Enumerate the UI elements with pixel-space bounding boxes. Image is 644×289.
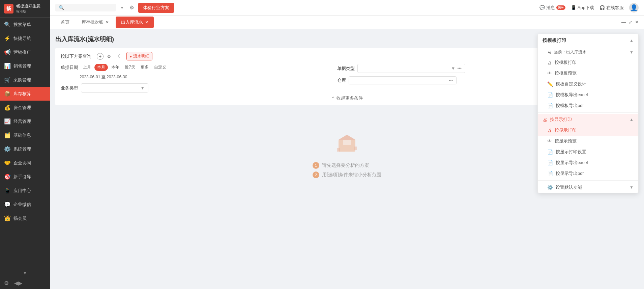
dropdown-item-export-excel-display[interactable]: 📄 按显示导出excel bbox=[538, 157, 638, 168]
tab-close-panel-icon[interactable]: ✕ bbox=[635, 20, 639, 25]
guide-icon: 🎯 bbox=[4, 174, 11, 180]
dropdown-item-print-settings-display[interactable]: 📄 按显示打印设置 bbox=[538, 147, 638, 157]
warehouse-select[interactable]: ••• bbox=[349, 76, 457, 84]
collapse-more-btn[interactable]: ⌃ 收起更多条件 bbox=[331, 95, 363, 101]
sidebar: 畅 畅捷通好生意 标准版 🔍 搜索菜单 ⚡ 快捷导航 📢 营销推广 📊 销售管理… bbox=[0, 0, 50, 289]
header-search[interactable]: 🔍 bbox=[55, 4, 116, 11]
top-header: 🔍 ▼ ⚙ 体验行业方案 💬 消息 99+ 📱 App下载 🎧 在线客服 👤 bbox=[50, 0, 644, 16]
message-btn[interactable]: 💬 消息 99+ bbox=[539, 5, 565, 11]
dropdown-item-export-pdf-display[interactable]: 📄 按显示导出pdf bbox=[538, 168, 638, 179]
header-actions: 💬 消息 99+ 📱 App下载 🎧 在线客服 👤 bbox=[539, 3, 639, 12]
sidebar-item-system[interactable]: ⚙️ 系统管理 bbox=[0, 142, 50, 156]
dropdown-divider-2 bbox=[538, 180, 638, 181]
sidebar-item-member[interactable]: 👑 畅会员 bbox=[0, 211, 50, 225]
industry-btn[interactable]: 体验行业方案 bbox=[138, 3, 174, 13]
sidebar-item-operations[interactable]: 📈 经营管理 bbox=[0, 114, 50, 128]
doc-type-label: 单据类型 bbox=[337, 65, 355, 72]
filter-actions: + ⚙ 《 bbox=[97, 53, 121, 60]
header-search-input[interactable] bbox=[66, 5, 107, 10]
header-search-caret[interactable]: ▼ bbox=[120, 5, 124, 10]
tab-maximize-icon[interactable]: ⤢ bbox=[628, 20, 632, 25]
headset-icon: 🎧 bbox=[599, 5, 605, 10]
date-tab-last-month[interactable]: 上月 bbox=[81, 64, 93, 71]
sidebar-item-sales[interactable]: 📊 销售管理 bbox=[0, 59, 50, 73]
set-default-icon: ⚙️ bbox=[547, 185, 553, 190]
filter-label: 按以下方案查询 bbox=[61, 53, 91, 59]
doc-type-more[interactable]: ••• bbox=[457, 66, 462, 71]
date-label: 单据日期 bbox=[61, 64, 78, 71]
sidebar-item-quick-nav[interactable]: ⚡ 快捷导航 bbox=[0, 31, 50, 45]
tab-minimize-icon[interactable]: — bbox=[621, 20, 626, 25]
business-type-select[interactable]: ▼ bbox=[81, 83, 148, 93]
dropdown-set-default[interactable]: ⚙️ 设置默认功能 ▼ bbox=[538, 182, 638, 193]
display-section-icon: 🖨 bbox=[543, 117, 547, 122]
export-excel-display-icon: 📄 bbox=[547, 160, 553, 165]
date-tab-custom[interactable]: 自定义 bbox=[152, 64, 168, 71]
user-avatar[interactable]: 👤 bbox=[629, 3, 639, 12]
preview-display-icon: 👁 bbox=[547, 138, 552, 144]
sidebar-search[interactable]: 🔍 搜索菜单 bbox=[0, 18, 50, 31]
collapse-icon[interactable]: ◀▶ bbox=[14, 280, 22, 286]
tab-home[interactable]: 首页 bbox=[55, 17, 75, 28]
sidebar-item-purchase[interactable]: 🛒 采购管理 bbox=[0, 73, 50, 87]
tab-flow-close[interactable]: ✕ bbox=[145, 20, 148, 25]
dropdown-current-label: 🖨 当前：出入库流水 ▼ bbox=[538, 47, 638, 57]
dropdown-item-export-excel-template[interactable]: 📄 按模板导出excel bbox=[538, 89, 638, 100]
logo-icon: 畅 bbox=[4, 4, 13, 14]
page-content: 出入库流水(流水明细) 🖨 按模板打印 ▲ | ⬆ 导出 🔄 刷新 bbox=[50, 29, 644, 289]
print-template-icon: 🖨 bbox=[547, 60, 552, 65]
dropdown-item-export-pdf-template[interactable]: 📄 按模板导出pdf bbox=[538, 100, 638, 111]
filter-collapse-btn[interactable]: 《 bbox=[114, 53, 121, 60]
date-tab-current-month[interactable]: 本月 bbox=[94, 64, 108, 71]
finance-icon: 💰 bbox=[4, 104, 11, 111]
filter-chip-icon: ● bbox=[129, 54, 132, 59]
wechat-icon: 💬 bbox=[4, 201, 11, 208]
tab-batch-account[interactable]: 库存批次账 ✕ bbox=[76, 17, 114, 28]
sidebar-item-guide[interactable]: 🎯 新手引导 bbox=[0, 170, 50, 184]
phone-icon: 📱 bbox=[571, 5, 576, 10]
current-label-caret[interactable]: ▼ bbox=[630, 50, 634, 55]
member-icon: 👑 bbox=[4, 215, 11, 221]
tab-bar: 首页 库存批次账 ✕ 出入库流水 ✕ — ⤢ ✕ bbox=[50, 16, 644, 29]
warehouse-label: 仓库 bbox=[337, 77, 346, 83]
display-section-caret: ▲ bbox=[630, 117, 634, 122]
filter-settings-btn[interactable]: ⚙ bbox=[106, 53, 112, 60]
sidebar-item-inventory[interactable]: 📦 库存核算 bbox=[0, 87, 50, 101]
print-dropdown-panel: 按模板打印 ▲ 🖨 当前：出入库流水 ▼ 🖨 按模板打印 👁 按模板预览 ✏️ … bbox=[537, 34, 639, 193]
header-gear-icon[interactable]: ⚙ bbox=[129, 4, 134, 11]
doc-type-select[interactable]: ▼ ••• bbox=[357, 64, 465, 73]
date-tab-7days[interactable]: 近7天 bbox=[123, 64, 137, 71]
settings-icon[interactable]: ⚙ bbox=[4, 280, 9, 286]
sidebar-item-marketing[interactable]: 📢 营销推广 bbox=[0, 45, 50, 59]
filter-chip[interactable]: ● 流水明细 bbox=[126, 52, 152, 60]
dropdown-item-preview-display[interactable]: 👁 按显示预览 bbox=[538, 136, 638, 147]
avatar-icon: 👤 bbox=[630, 4, 638, 11]
warehouse-more[interactable]: ••• bbox=[449, 78, 453, 82]
app-download-btn[interactable]: 📱 App下载 bbox=[571, 5, 594, 11]
preview-template-icon: 👁 bbox=[547, 71, 552, 76]
main-area: 🔍 ▼ ⚙ 体验行业方案 💬 消息 99+ 📱 App下载 🎧 在线客服 👤 bbox=[50, 0, 644, 289]
message-icon: 💬 bbox=[539, 5, 545, 10]
sidebar-item-cooperation[interactable]: 🤝 企业协同 bbox=[0, 156, 50, 170]
svg-rect-2 bbox=[343, 140, 351, 145]
dropdown-display-section[interactable]: 🖨 按显示打印 ▲ bbox=[538, 114, 638, 125]
dropdown-item-print-template[interactable]: 🖨 按模板打印 bbox=[538, 57, 638, 68]
sidebar-item-basic[interactable]: 🗂️ 基础信息 bbox=[0, 128, 50, 142]
filter-add-btn[interactable]: + bbox=[97, 53, 104, 60]
dropdown-collapse-btn[interactable]: ▲ bbox=[630, 38, 634, 43]
dropdown-item-print-display[interactable]: 🖨 按显示打印 bbox=[538, 125, 638, 136]
tab-flow[interactable]: 出入库流水 ✕ bbox=[116, 17, 154, 28]
dropdown-item-custom-design[interactable]: ✏️ 模板自定义设计 bbox=[538, 79, 638, 89]
sidebar-item-app-center[interactable]: 📱 应用中心 bbox=[0, 184, 50, 198]
date-range-value: 2023-06-01 至 2023-06-30 bbox=[80, 74, 127, 80]
sidebar-item-wechat[interactable]: 💬 企业微信 bbox=[0, 198, 50, 211]
tab-batch-account-close[interactable]: ✕ bbox=[106, 20, 109, 25]
set-default-caret: ▼ bbox=[630, 185, 634, 190]
empty-icon bbox=[333, 130, 360, 157]
date-tab-current-year[interactable]: 本年 bbox=[109, 64, 121, 71]
sidebar-scroll-down[interactable]: ▼ bbox=[0, 269, 50, 277]
online-service-btn[interactable]: 🎧 在线客服 bbox=[599, 5, 624, 11]
sidebar-item-finance[interactable]: 💰 资金管理 bbox=[0, 101, 50, 114]
dropdown-item-preview-template[interactable]: 👁 按模板预览 bbox=[538, 68, 638, 79]
date-tab-more[interactable]: 更多 bbox=[139, 64, 151, 71]
